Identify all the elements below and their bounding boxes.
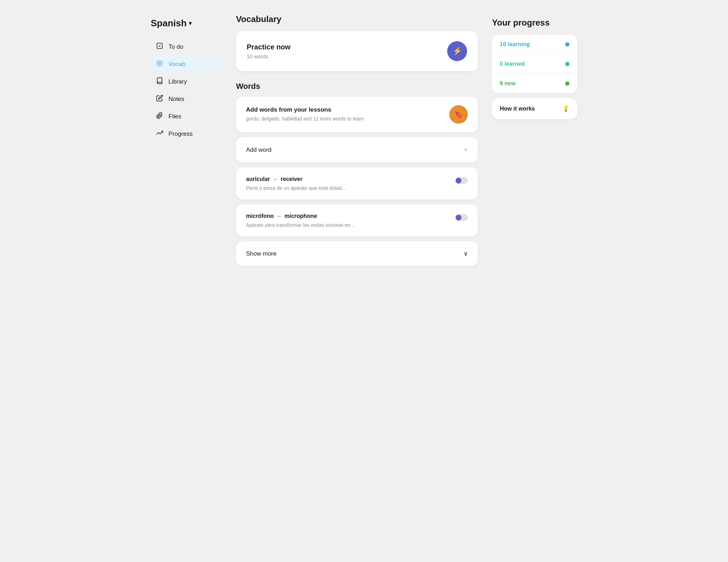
arrows-icon: ↔ [273, 176, 278, 182]
sidebar-item-label: Library [168, 78, 187, 85]
add-words-card[interactable]: Add words from your lessons gordo, delga… [236, 97, 478, 132]
progress-dot [565, 62, 569, 66]
progress-item-label: 10 learning [500, 41, 530, 48]
sidebar-item-label: To do [168, 43, 183, 50]
words-section-title: Words [236, 82, 478, 91]
vocab-word-header: auricular ↔ receiver [246, 176, 468, 185]
svg-point-1 [157, 61, 162, 66]
todo-icon [156, 42, 164, 51]
sidebar-item-todo[interactable]: To do [151, 39, 222, 55]
add-word-card[interactable]: Add word + [236, 137, 478, 162]
sidebar-item-progress[interactable]: Progress [151, 126, 222, 142]
how-it-works-label: How it works [500, 106, 535, 112]
library-icon [156, 77, 164, 86]
chevron-down-icon: ∨ [464, 250, 468, 257]
arrows-icon: ↔ [277, 213, 282, 219]
right-panel: Your progress 10 learning 0 learned 9 ne… [492, 14, 577, 548]
progress-card: 10 learning 0 learned 9 new [492, 35, 577, 93]
word-list: auricular ↔ receiver Parte o pieza de un… [236, 167, 478, 236]
vocab-word-description: Parte o pieza de un aparato que está dot… [246, 185, 468, 191]
files-icon [156, 112, 164, 121]
lightning-icon: ⚡ [453, 47, 462, 56]
vocabulary-title: Vocabulary [236, 14, 478, 24]
vocab-word-description: Aparato para transformar las ondas sonor… [246, 222, 468, 228]
sidebar-item-label: Notes [168, 96, 184, 103]
vocab-icon [156, 60, 164, 69]
progress-item-label: 0 learned [500, 61, 525, 67]
svg-point-2 [159, 63, 161, 64]
vocab-word-card: micrófono ↔ microphone Aparato para tran… [236, 204, 478, 236]
add-words-text: Add words from your lessons gordo, delga… [246, 106, 364, 123]
progress-title: Your progress [492, 18, 577, 28]
vocab-word-title: micrófono ↔ microphone [246, 213, 317, 219]
chevron-down-icon: ▾ [189, 20, 192, 27]
add-words-description: gordo, delgado, habilidad and 11 more wo… [246, 116, 364, 123]
progress-dot [565, 42, 569, 47]
add-words-button[interactable]: 🔖 [449, 105, 468, 124]
practice-card-subtitle: 10 words [247, 53, 290, 59]
sidebar-item-notes[interactable]: Notes [151, 91, 222, 107]
bookmark-icon: 🔖 [454, 110, 463, 119]
show-more-card[interactable]: Show more ∨ [236, 241, 478, 266]
sidebar-item-label: Vocab [168, 61, 185, 68]
sidebar-item-label: Files [168, 113, 181, 120]
add-word-label: Add word [246, 146, 272, 154]
progress-item: 0 learned [492, 54, 577, 74]
practice-card-title: Practice now [247, 43, 290, 51]
plus-icon: + [464, 146, 468, 154]
progress-icon [156, 129, 164, 138]
progress-dot [565, 81, 569, 86]
sidebar-language-label: Spanish [151, 18, 187, 29]
sidebar-title[interactable]: Spanish ▾ [151, 18, 222, 29]
how-it-works-card[interactable]: How it works 💡 [492, 98, 577, 119]
toggle-switch[interactable] [455, 177, 468, 184]
main-content: Vocabulary Practice now 10 words ⚡ Words… [236, 14, 478, 548]
sidebar-item-vocab[interactable]: Vocab [151, 56, 222, 72]
progress-item: 10 learning [492, 35, 577, 54]
sidebar-item-label: Progress [168, 130, 193, 138]
progress-item-label: 9 new [500, 80, 515, 87]
vocab-word-header: micrófono ↔ microphone [246, 213, 468, 222]
add-words-title: Add words from your lessons [246, 106, 364, 113]
practice-card: Practice now 10 words ⚡ [236, 31, 478, 71]
toggle-switch[interactable] [455, 214, 468, 221]
progress-item: 9 new [492, 74, 577, 93]
vocab-word-card: auricular ↔ receiver Parte o pieza de un… [236, 167, 478, 199]
bulb-icon: 💡 [562, 105, 569, 112]
practice-card-text: Practice now 10 words [247, 43, 290, 59]
sidebar-item-library[interactable]: Library [151, 74, 222, 90]
sidebar-nav: To do Vocab Library Notes Files Progress [151, 39, 222, 142]
vocab-word-title: auricular ↔ receiver [246, 176, 303, 182]
notes-icon [156, 95, 164, 103]
show-more-label: Show more [246, 250, 277, 257]
sidebar-item-files[interactable]: Files [151, 108, 222, 124]
sidebar: Spanish ▾ To do Vocab Library Notes File… [151, 14, 222, 548]
practice-now-button[interactable]: ⚡ [447, 41, 467, 61]
